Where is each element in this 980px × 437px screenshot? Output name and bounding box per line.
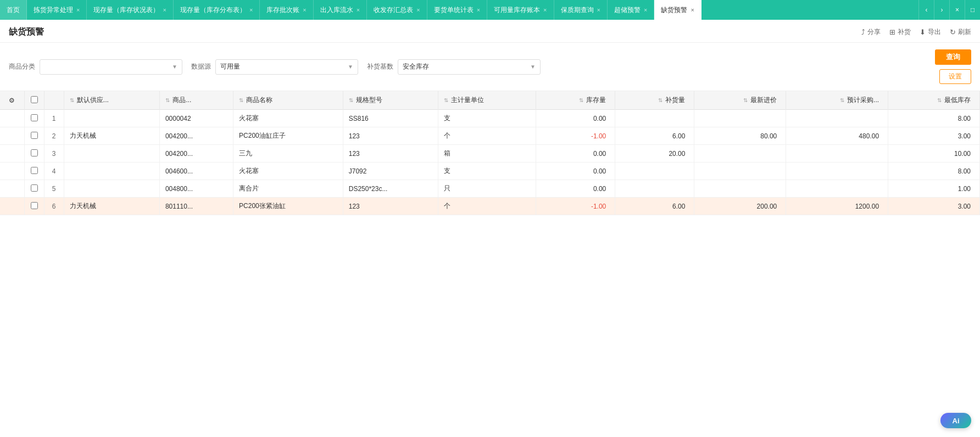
share-icon: ⤴: [861, 28, 865, 36]
close-tab-overstock-warn[interactable]: ×: [644, 7, 647, 13]
close-tab-shortage-warn[interactable]: ×: [691, 7, 694, 13]
select-all-checkbox[interactable]: [31, 96, 38, 103]
refresh-icon: ↻: [950, 28, 956, 36]
replenish-base-dropdown-icon: ▼: [530, 64, 536, 70]
tab-collect-summary[interactable]: 收发存汇总表 ×: [367, 0, 427, 20]
tab-stock-status[interactable]: 现存量（库存状况表） ×: [87, 0, 173, 20]
col-stock[interactable]: ⇅ 库存量: [536, 91, 615, 110]
row-checkbox-cell: [24, 163, 44, 180]
row-latest-price: [694, 145, 786, 163]
name-sort-icon: ⇅: [239, 97, 243, 103]
refresh-button[interactable]: ↻ 刷新: [950, 27, 971, 37]
row-est-purchase: [786, 145, 888, 163]
replenish-base-select[interactable]: 安全库存 ▼: [398, 59, 541, 75]
col-latest-price[interactable]: ⇅ 最新进价: [694, 91, 786, 110]
replenish-base-filter-group: 补货基数 安全库存 ▼: [367, 59, 541, 75]
table-row: 6 力天机械 801110... PC200张紧油缸 123 个 -1.00 6…: [0, 198, 980, 215]
col-code[interactable]: ⇅ 商品...: [159, 91, 233, 110]
tab-shortage-warn[interactable]: 缺货预警 ×: [654, 0, 701, 20]
row-code: 004800...: [159, 180, 233, 198]
page-body: 缺货预警 ⤴ 分享 ⊞ 补货 ⬇ 导出 ↻ 刷新 商品分类: [0, 20, 980, 437]
datasource-filter-group: 数据源 可用量 ▼: [191, 59, 358, 75]
query-button[interactable]: 查询: [935, 49, 971, 65]
close-tab-batch-account[interactable]: ×: [303, 7, 306, 13]
row-min-stock: 8.00: [888, 110, 980, 127]
row-supplier: [64, 110, 159, 127]
export-button[interactable]: ⬇ 导出: [920, 27, 941, 37]
tab-home[interactable]: 首页: [0, 0, 27, 20]
nav-prev-btn[interactable]: ‹: [918, 0, 934, 20]
close-tab-inout-flow[interactable]: ×: [357, 7, 360, 13]
category-select[interactable]: ▼: [40, 59, 182, 75]
row-name: 火花塞: [233, 110, 343, 127]
row-checkbox-2[interactable]: [31, 149, 38, 156]
col-unit[interactable]: ⇅ 主计量单位: [438, 91, 536, 110]
row-latest-price: [694, 180, 786, 198]
datasource-select[interactable]: 可用量 ▼: [215, 59, 358, 75]
row-checkbox-4[interactable]: [31, 184, 38, 192]
code-sort-icon: ⇅: [165, 97, 170, 103]
col-est-purchase[interactable]: ⇅ 预计采购...: [786, 91, 888, 110]
tab-expiry-query[interactable]: 保质期查询 ×: [554, 0, 608, 20]
close-tab-avail-account[interactable]: ×: [543, 7, 547, 13]
col-spec[interactable]: ⇅ 规格型号: [343, 91, 438, 110]
row-est-purchase: [786, 163, 888, 180]
close-tab-order-stat[interactable]: ×: [477, 7, 480, 13]
tab-defect-exception[interactable]: 拣货异常处理 ×: [27, 0, 87, 20]
row-spec: 123: [343, 127, 438, 145]
close-tab-expiry-query[interactable]: ×: [597, 7, 600, 13]
close-tab-collect-summary[interactable]: ×: [416, 7, 420, 13]
col-replenish[interactable]: ⇅ 补货量: [615, 91, 694, 110]
stock-sort-icon: ⇅: [579, 97, 583, 103]
row-name: PC200张紧油缸: [233, 198, 343, 215]
row-unit: 支: [438, 110, 536, 127]
tab-batch-account[interactable]: 库存批次账 ×: [260, 0, 313, 20]
row-unit: 只: [438, 180, 536, 198]
row-checkbox-1[interactable]: [31, 132, 38, 139]
row-replenish: [615, 163, 694, 180]
row-unit: 个: [438, 127, 536, 145]
nav-arrows: ‹ › × □: [918, 0, 980, 20]
row-min-stock: 10.00: [888, 145, 980, 163]
row-checkbox-5[interactable]: [31, 202, 38, 209]
row-latest-price: 200.00: [694, 198, 786, 215]
page-title: 缺货预警: [9, 26, 44, 38]
nav-collapse-btn[interactable]: ×: [949, 0, 965, 20]
col-seq: [44, 91, 64, 110]
row-unit: 个: [438, 198, 536, 215]
table-row: 4 004600... 火花塞 J7092 支 0.00 8.00: [0, 163, 980, 180]
row-name: PC200油缸庄子: [233, 127, 343, 145]
tab-overstock-warn[interactable]: 超储预警 ×: [608, 0, 654, 20]
col-supplier[interactable]: ⇅ 默认供应...: [64, 91, 159, 110]
row-unit: 箱: [438, 145, 536, 163]
close-tab-stock-status[interactable]: ×: [163, 7, 166, 13]
row-supplier: 力天机械: [64, 127, 159, 145]
row-est-purchase: [786, 110, 888, 127]
row-checkbox-3[interactable]: [31, 167, 38, 174]
col-name[interactable]: ⇅ 商品名称: [233, 91, 343, 110]
replenish-button[interactable]: ⊞ 补货: [889, 27, 911, 37]
tab-stock-dist[interactable]: 现存量（库存分布表） ×: [174, 0, 260, 20]
tab-inout-flow[interactable]: 出入库流水 ×: [314, 0, 367, 20]
row-name: 三九: [233, 145, 343, 163]
row-replenish: 20.00: [615, 145, 694, 163]
tab-order-stat[interactable]: 要货单统计表 ×: [427, 0, 487, 20]
row-spec: SS816: [343, 110, 438, 127]
nav-expand-btn[interactable]: □: [965, 0, 980, 20]
ai-badge[interactable]: Ai: [940, 413, 971, 428]
row-supplier: [64, 180, 159, 198]
replenish-icon: ⊞: [889, 28, 895, 36]
close-tab-defect-exception[interactable]: ×: [76, 7, 80, 13]
share-button[interactable]: ⤴ 分享: [861, 27, 881, 37]
nav-next-btn[interactable]: ›: [934, 0, 949, 20]
col-settings[interactable]: ⚙: [0, 91, 24, 110]
close-tab-stock-dist[interactable]: ×: [249, 7, 253, 13]
tab-avail-account[interactable]: 可用量库存账本 ×: [487, 0, 554, 20]
replenish-base-select-value: 安全库存: [403, 62, 526, 71]
row-supplier: 力天机械: [64, 198, 159, 215]
row-stock: -1.00: [536, 198, 615, 215]
row-checkbox-0[interactable]: [31, 114, 38, 121]
filter-actions: 查询 设置: [935, 49, 971, 84]
col-min-stock[interactable]: ⇅ 最低库存: [888, 91, 980, 110]
settings-button[interactable]: 设置: [939, 69, 971, 84]
